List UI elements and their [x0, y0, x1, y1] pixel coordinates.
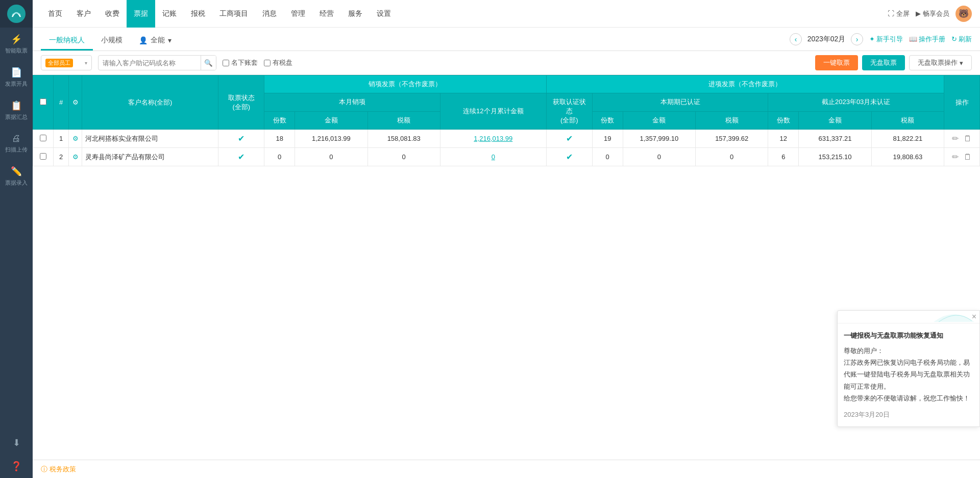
row-checkbox[interactable]: [33, 148, 54, 166]
sidebar-item-help[interactable]: ❓: [9, 455, 24, 478]
th-operations: 操作: [944, 76, 980, 130]
tax-policy-link[interactable]: ⓘ 税务政策: [41, 465, 76, 474]
month-nav: ‹ 2023年02月 ›: [790, 33, 863, 45]
tab-small[interactable]: 小规模: [93, 32, 131, 51]
nav-business[interactable]: 工商项目: [212, 0, 255, 28]
row-purchase-amount: 1,357,999.10: [623, 130, 695, 148]
nav-tax[interactable]: 报税: [184, 0, 212, 28]
sub-account-input[interactable]: [223, 60, 229, 66]
row-sales-12month[interactable]: 0: [440, 148, 546, 166]
fullscreen-icon: ⛶: [888, 10, 894, 17]
th-sales-group: 销项发票（不含作废票）: [264, 76, 547, 93]
row-purchase-unverified-tax: 19,808.63: [871, 148, 944, 166]
nav-settings[interactable]: 设置: [370, 0, 398, 28]
sidebar-item-invoice-summary[interactable]: 📋 票据汇总: [0, 94, 33, 127]
has-tax-disk-input[interactable]: [264, 60, 271, 66]
notification-content: 江苏政务网已恢复访问电子税务局功能，易代账一键登陆电子税务局与无盘取票相关功能可…: [844, 357, 973, 392]
nav-billing[interactable]: 收费: [98, 0, 127, 28]
member-button[interactable]: ▶ 畅享会员: [916, 9, 949, 18]
tab-all[interactable]: 👤 全能 ▾: [131, 32, 180, 51]
action-links: ✦ 新手引导 📖 操作手册 ↻ 刷新: [869, 35, 972, 44]
row-sales-count: 0: [264, 148, 295, 166]
th-customer-name: 客户名称(全部): [82, 76, 218, 130]
has-tax-disk-checkbox[interactable]: 有税盘: [264, 58, 292, 67]
fullscreen-button[interactable]: ⛶ 全屏: [888, 9, 910, 18]
one-key-fetch-button[interactable]: 一键取票: [815, 55, 858, 70]
user-avatar[interactable]: 🐻: [955, 6, 972, 22]
sidebar-logo: [0, 0, 33, 28]
th-purchase-unverified-count: 份数: [768, 111, 799, 130]
th-purchase-unverified-tax: 税额: [871, 111, 944, 130]
select-all-checkbox[interactable]: [40, 98, 46, 105]
sidebar: ⚡ 智能取票 📄 发票开具 📋 票据汇总 🖨 扫描上传 ✏️ 票据录入 ⬇ ❓: [0, 0, 33, 478]
search-input[interactable]: [99, 59, 201, 67]
th-checkbox: [33, 76, 54, 130]
employee-select[interactable]: 全部员工 ▾: [41, 55, 92, 70]
edit-icon[interactable]: ✏: [952, 153, 959, 161]
sidebar-item-data-entry[interactable]: ✏️ 票据录入: [0, 160, 33, 193]
invoice-summary-icon: 📋: [11, 100, 22, 111]
row-sales-amount: 0: [295, 148, 368, 166]
row-purchase-tax: 0: [696, 148, 768, 166]
manual-link[interactable]: 📖 操作手册: [909, 35, 945, 44]
row-purchase-unverified-count: 6: [768, 148, 799, 166]
row-fetch-status: ✔: [218, 130, 264, 148]
month-next-button[interactable]: ›: [851, 33, 863, 45]
no-disk-ops-button[interactable]: 无盘取票操作 ▾: [909, 55, 972, 70]
nav-operation[interactable]: 经营: [312, 0, 341, 28]
row-actions: ✏ 🗒: [944, 148, 980, 166]
month-prev-button[interactable]: ‹: [790, 33, 802, 45]
edit-icon[interactable]: ✏: [952, 134, 959, 143]
toolbar-right: 一键取票 无盘取票 无盘取票操作 ▾: [815, 55, 972, 70]
topnav: 首页 客户 收费 票据 记账 报税 工商项目 消息 管理 经营 服务 设置 ⛶ …: [33, 0, 980, 28]
row-settings[interactable]: ⚙: [69, 148, 82, 166]
sidebar-item-smart-fetch[interactable]: ⚡ 智能取票: [0, 28, 33, 61]
notification-body: 一键报税与无盘取票功能恢复通知 尊敬的用户： 江苏政务网已恢复访问电子税务局功能…: [838, 323, 979, 426]
th-sales-month: 本月销项: [264, 93, 440, 112]
invoice-open-icon: 📄: [11, 67, 22, 78]
nav-manage[interactable]: 管理: [284, 0, 312, 28]
refresh-link[interactable]: ↻ 刷新: [951, 35, 972, 44]
scan-upload-icon: 🖨: [12, 133, 21, 144]
th-purchase-unverified: 截止2023年03月未认证: [768, 93, 944, 112]
search-button[interactable]: 🔍: [201, 55, 216, 70]
th-purchase-tax: 税额: [696, 111, 768, 130]
nav-home[interactable]: 首页: [41, 0, 69, 28]
bottom-bar: ⓘ 税务政策: [33, 460, 980, 478]
row-sales-count: 18: [264, 130, 295, 148]
sidebar-item-download[interactable]: ⬇: [9, 431, 24, 455]
row-actions: ✏ 🗒: [944, 130, 980, 148]
th-seq: #: [54, 76, 69, 130]
nav-message[interactable]: 消息: [255, 0, 284, 28]
notification-date: 2023年3月20日: [844, 409, 973, 420]
row-purchase-tax: 157,399.62: [696, 130, 768, 148]
row-checkbox[interactable]: [33, 130, 54, 148]
nav-bookkeeping[interactable]: 记账: [155, 0, 184, 28]
new-guide-link[interactable]: ✦ 新手引导: [869, 35, 903, 44]
th-settings: ⚙: [69, 76, 82, 130]
row-seq: 1: [54, 130, 69, 148]
notification-popup: × 一键报税与无盘取票功能恢复通知 尊敬的用户： 江苏政务网已恢复访问电子税务局…: [837, 310, 980, 427]
sidebar-item-invoice-open[interactable]: 📄 发票开具: [0, 61, 33, 94]
sidebar-item-scan-upload[interactable]: 🖨 扫描上传: [0, 127, 33, 160]
no-disk-fetch-button[interactable]: 无盘取票: [862, 55, 905, 70]
tab-bar: 一般纳税人 小规模 👤 全能 ▾ ‹ 2023年02月 ›: [33, 28, 980, 51]
sidebar-item-label: 票据汇总: [5, 113, 28, 121]
info-icon: ⓘ: [41, 465, 47, 474]
nav-service[interactable]: 服务: [341, 0, 370, 28]
invoice-table: # ⚙ 客户名称(全部) 取票状态 (全部) 销项发票（不含作废票） 进项发票（…: [33, 75, 980, 166]
copy-icon[interactable]: 🗒: [964, 153, 972, 161]
table-row: 1 ⚙ 河北柯搭栎实业有限公司 ✔ 18 1,216,013.99 158,08…: [33, 130, 980, 148]
employee-tag: 全部员工: [45, 59, 73, 67]
sub-account-checkbox[interactable]: 名下账套: [223, 58, 258, 67]
tab-general[interactable]: 一般纳税人: [41, 32, 93, 51]
nav-customer[interactable]: 客户: [69, 0, 98, 28]
notification-salute: 尊敬的用户：: [844, 345, 973, 357]
manual-icon: 📖: [909, 35, 917, 43]
row-sales-12month[interactable]: 1,216,013.99: [440, 130, 546, 148]
row-seq: 2: [54, 148, 69, 166]
copy-icon[interactable]: 🗒: [964, 134, 972, 143]
row-settings[interactable]: ⚙: [69, 130, 82, 148]
chevron-down-icon: ▾: [168, 36, 172, 44]
nav-invoice[interactable]: 票据: [127, 0, 155, 28]
